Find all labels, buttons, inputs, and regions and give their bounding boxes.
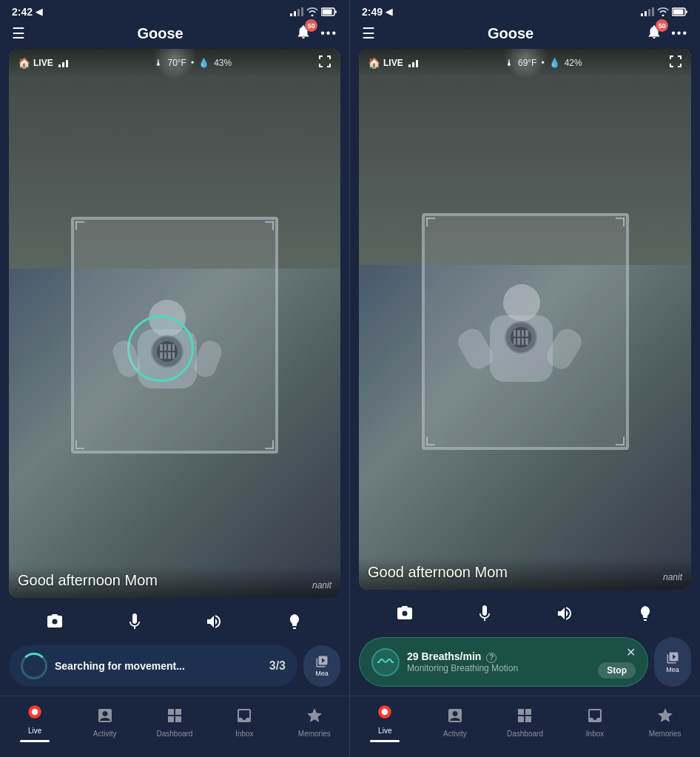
right-live-text: LIVE xyxy=(383,58,403,68)
right-humidity: 42% xyxy=(565,58,582,68)
right-nav-live-label: Live xyxy=(378,727,391,735)
right-greeting: Good afternoon Mom xyxy=(368,564,508,580)
right-live-indicator: 🏠 LIVE xyxy=(368,57,418,69)
right-nav-live[interactable]: Live xyxy=(363,702,407,742)
right-camera-feed[interactable]: 🏠 LIVE 🌡 69°F • 💧 42% xyxy=(359,49,691,590)
right-camera-btn[interactable] xyxy=(390,599,420,628)
left-fullscreen-icon xyxy=(318,55,332,68)
right-menu-icon[interactable]: ☰ xyxy=(362,24,375,42)
right-dot: • xyxy=(541,58,544,68)
right-corner-tl xyxy=(426,218,435,226)
left-dashboard-icon xyxy=(166,707,184,727)
right-monitoring-text: Monitoring Breathing Motion xyxy=(407,663,590,673)
right-nav-activity[interactable]: Activity xyxy=(433,707,477,738)
left-camera-overlay-bottom: Good afternoon Mom nanit xyxy=(9,566,340,598)
right-inbox-icon xyxy=(586,707,604,727)
left-live-text: LIVE xyxy=(33,58,53,68)
right-close-btn[interactable]: ✕ xyxy=(626,645,636,659)
left-more-icon[interactable]: ••• xyxy=(320,27,337,40)
right-nav-indicator xyxy=(370,740,400,742)
right-inbox-svg xyxy=(586,707,604,724)
right-activity-svg xyxy=(446,707,464,724)
right-mic-icon xyxy=(479,605,491,622)
right-corner-br xyxy=(616,437,625,445)
right-stop-btn[interactable]: Stop xyxy=(598,662,636,679)
right-status-pill[interactable]: 29 Breaths/min ? Monitoring Breathing Mo… xyxy=(359,637,648,687)
svg-rect-5 xyxy=(673,10,684,15)
right-nav-inbox-label: Inbox xyxy=(586,730,604,738)
right-breaths-label: 29 Breaths/min ? xyxy=(407,650,590,663)
left-status-pill[interactable]: Searching for movement... 3/3 xyxy=(9,645,297,687)
right-humidity-icon: 💧 xyxy=(549,58,560,68)
right-nav-inbox[interactable]: Inbox xyxy=(573,707,617,738)
right-notification-badge: 50 xyxy=(656,19,668,32)
left-mea-pill[interactable]: Mea xyxy=(303,645,340,687)
left-mic-btn[interactable] xyxy=(120,607,149,636)
left-greeting: Good afternoon Mom xyxy=(18,572,158,588)
right-fullscreen-icon xyxy=(669,55,682,68)
right-nav-dashboard-label: Dashboard xyxy=(507,730,543,738)
right-temp-humidity: 🌡 69°F • 💧 42% xyxy=(505,58,582,68)
right-speaker-icon xyxy=(556,606,575,621)
left-speaker-btn[interactable] xyxy=(200,607,229,636)
right-camera-icon xyxy=(396,606,414,621)
left-menu-icon[interactable]: ☰ xyxy=(12,24,25,42)
left-header-left: ☰ xyxy=(12,24,25,42)
left-nav-inbox[interactable]: Inbox xyxy=(222,707,266,738)
left-nav-memories-label: Memories xyxy=(298,730,331,738)
right-nav-dashboard[interactable]: Dashboard xyxy=(502,707,547,738)
left-header-title: Goose xyxy=(137,25,183,42)
right-light-btn[interactable] xyxy=(630,599,660,628)
right-header-left: ☰ xyxy=(362,24,375,42)
right-home-icon: 🏠 xyxy=(368,57,380,69)
right-live-svg xyxy=(375,702,394,721)
right-breathing-svg xyxy=(377,656,394,669)
left-nav-memories[interactable]: Memories xyxy=(292,707,337,738)
right-nav-memories-label: Memories xyxy=(649,730,682,738)
left-bottom-nav: Live Activity Dashboard xyxy=(0,696,349,757)
left-nav-indicator xyxy=(20,740,50,742)
right-corner-tr xyxy=(616,218,625,226)
right-status-pill-area: 29 Breaths/min ? Monitoring Breathing Mo… xyxy=(350,637,700,696)
left-signal-icon xyxy=(290,7,303,16)
right-location-icon: ◀ xyxy=(386,7,392,17)
right-fullscreen-btn[interactable] xyxy=(669,55,682,71)
left-notification-bell[interactable]: 50 xyxy=(295,24,312,43)
left-header-right: 50 ••• xyxy=(295,24,337,43)
right-help-icon[interactable]: ? xyxy=(486,653,497,663)
left-crib xyxy=(71,217,278,454)
left-time: 2:42 xyxy=(12,6,33,18)
right-mea-pill[interactable]: Mea xyxy=(654,637,691,687)
left-light-icon xyxy=(286,613,303,630)
left-corner-br xyxy=(265,440,274,449)
left-status-text-group: Searching for movement... xyxy=(55,660,262,672)
left-nav-live[interactable]: Live xyxy=(13,702,57,742)
left-camera-feed[interactable]: 🏠 LIVE 🌡 70°F • 💧 43% xyxy=(9,49,340,598)
right-light-icon xyxy=(637,605,653,622)
right-mic-btn[interactable] xyxy=(470,599,499,628)
left-fullscreen-btn[interactable] xyxy=(318,55,332,71)
left-mea-label: Mea xyxy=(315,670,329,677)
left-nav-activity[interactable]: Activity xyxy=(83,707,127,738)
left-location-icon: ◀ xyxy=(36,7,42,17)
right-status-bar: 2:49 ◀ xyxy=(350,0,700,21)
right-device-dots xyxy=(511,327,531,348)
left-memories-icon xyxy=(306,707,323,727)
left-speaker-icon xyxy=(205,614,224,629)
left-live-svg xyxy=(25,702,44,721)
right-notification-bell[interactable]: 50 xyxy=(646,24,662,43)
right-bottom-nav: Live Activity Dashboard xyxy=(350,696,700,757)
left-phone-panel: 2:42 ◀ xyxy=(0,0,350,757)
right-status-left: 2:49 ◀ xyxy=(362,6,392,18)
left-camera-btn[interactable] xyxy=(40,607,70,636)
right-more-icon[interactable]: ••• xyxy=(671,27,688,40)
left-nav-dashboard[interactable]: Dashboard xyxy=(152,707,197,738)
left-status-left: 2:42 ◀ xyxy=(12,6,42,18)
left-light-btn[interactable] xyxy=(280,607,309,636)
right-header-right: 50 ••• xyxy=(646,24,688,43)
left-baby-silhouette xyxy=(123,300,212,411)
left-temp-icon: 🌡 xyxy=(154,58,163,68)
right-speaker-btn[interactable] xyxy=(551,599,580,628)
left-corner-tr xyxy=(265,221,274,230)
right-nav-memories[interactable]: Memories xyxy=(643,707,687,738)
